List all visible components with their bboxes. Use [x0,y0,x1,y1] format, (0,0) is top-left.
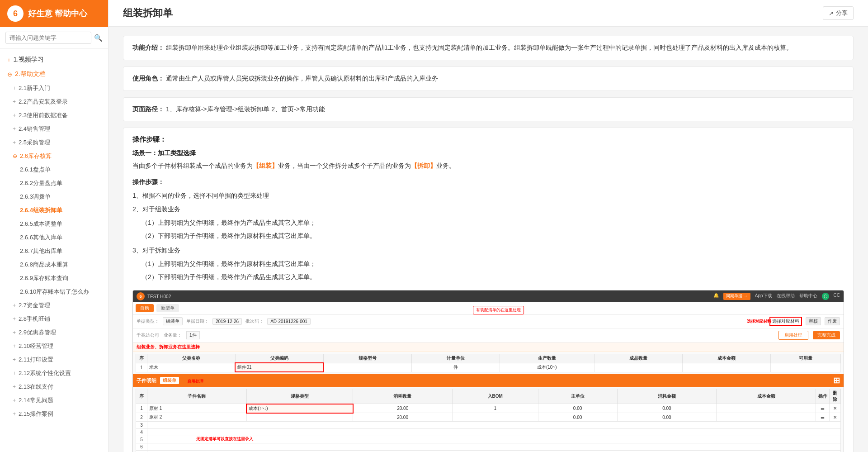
role-text: 通常由生产人员或库管人员完成拆装业务的操作，库管人员确认原材料的出库和产成品的入… [166,75,438,82]
sidebar-item-finance[interactable]: + 2.7资金管理 [0,299,108,312]
sidebar-item-ledger[interactable]: 2.6.9库存账本查询 [0,271,108,285]
expand-icon: + [7,57,11,63]
sidebar-item-inventory[interactable]: ⊖ 2.6库存核算 [0,149,108,163]
annotation-bar-1: 组装业务、拆卸业务在这里选择 [133,343,844,352]
step2: 2、对于组装业务 [132,204,844,215]
expand-icon-lower: ⊞ [833,376,840,385]
enable-btn: 启用处理 [778,331,808,340]
steps-section: 操作步骤： 场景一：加工类型选择 当由多个子件材料组装成一个成品的业务为【组装】… [123,128,854,452]
steps-sub-heading: 操作步骤： [132,176,844,188]
share-icon: ↗ [829,10,834,17]
audit-btn: 审核 [806,317,821,325]
role-card: 使用角色： 通常由生产人员或库管人员完成拆装业务的操作，库管人员确认原材料的出库… [123,67,854,91]
app-titlebar: 6 TEST-H002 🔔 同期单据 → App下载 在线帮助 帮助中心 C C… [133,290,844,302]
sidebar-item-sales[interactable]: + 2.4销售管理 [0,122,108,136]
sidebar-item-adjust[interactable]: 2.6.3调拨单 [0,190,108,204]
step2-sub2: （2）下部明细为子件明细，最终作为原材料生成其它出库单。 [142,230,844,242]
sidebar-item-cases[interactable]: + 2.15操作案例 [0,407,108,421]
step3-sub2: （2）下部明细为子件明细，最终作为产成品生成其它入库单。 [142,271,844,283]
lower-section-bar: 子件明细 组装单 ⊞ [133,374,844,387]
sidebar-item-wrongaccount[interactable]: 2.6.10库存账本错了怎么办 [0,285,108,299]
save-btn: 完整完成 [813,331,840,339]
batch-value: AD-20191226-001 [267,318,311,325]
sidebar-item-costadjust[interactable]: 2.6.5成本调整单 [0,217,108,231]
sidebar-item-assembly[interactable]: 2.6.4组装拆卸单 [0,204,108,217]
app-topbar-buttons: 🔔 同期单据 → App下载 在线帮助 帮助中心 C CC [713,293,840,300]
sidebar-item-customize[interactable]: + 2.12系统个性化设置 [0,366,108,380]
app-tabs-bar: 自购 新型单 [133,302,844,314]
upper-table: 序 父类名称 父类编码 规格型号 计量单位 生产数量 成品数量 成本金额 可用量 [136,354,841,372]
company-label: 千兆达公司 [137,332,159,338]
step2-sub1: （1）上部明细为父件明细，最终作为产成品生成其它入库单； [142,217,844,228]
steps-heading: 操作步骤： [132,135,844,144]
role-label: 使用角色： [132,75,164,82]
annotation-label-1: 组装业务、拆卸业务在这里选择 [137,344,200,349]
app-form-toolbar: 单据类型： 组装单 单据日期： 2019-12-26 批次码： AD-20191… [133,314,844,328]
sidebar-header: 6 好生意 帮助中心 [0,0,108,27]
lower-section-label: 子件明细 [137,377,156,384]
batch-label: 批次码： [245,318,264,324]
qty-label: 业务量： [164,332,182,338]
search-input[interactable] [5,32,91,44]
select-material-btn: 选择对应材料 [769,317,802,326]
collapse-icon: ⊖ [7,71,12,78]
void-btn: 作废 [825,317,840,325]
sidebar-item-stocktake[interactable]: 2.6.1盘点单 [0,163,108,176]
sidebar-title: 好生意 帮助中心 [28,8,87,19]
main-content: 组装拆卸单 ↗ 分享 功能介绍： 组装拆卸单用来处理企业组装或拆卸等加工业务，支… [108,0,868,452]
upper-table-section: 序 父类名称 父类编码 规格型号 计量单位 生产数量 成品数量 成本金额 可用量 [133,352,844,374]
lower-table: 序 子件名称 规格类型 消耗数量 入BOM 主单位 消耗金额 成本金额 操作 删… [136,389,841,452]
search-box: 🔍 [0,27,108,49]
date-label: 单据日期： [186,318,209,324]
sidebar-item-label: 1.视频学习 [14,56,44,64]
date-value: 2019-12-26 [212,318,242,325]
sidebar-item-purchase[interactable]: + 2.5采购管理 [0,136,108,149]
sidebar-item-docs[interactable]: ⊖ 2.帮助文档 [0,67,108,81]
intro-card: 功能介绍： 组装拆卸单用来处理企业组装或拆卸等加工业务，支持有固定装配清单的产品… [123,36,854,60]
share-button[interactable]: ↗ 分享 [823,6,854,20]
scene1-heading: 场景一：加工类型选择 [132,149,844,157]
tab-inactive: 新型单 [156,304,179,312]
intro-label: 功能介绍： [132,44,164,51]
sidebar-item-stocksplit[interactable]: 2.6.2分量盘点单 [0,176,108,190]
sidebar-item-otherinbound[interactable]: 2.6.6其他入库单 [0,231,108,244]
path-label: 页面路径： [132,105,164,113]
sidebar: 6 好生意 帮助中心 🔍 + 1.视频学习 ⊖ 2.帮助文档 + 2.1新手入门… [0,0,108,452]
intro-text: 组装拆卸单用来处理企业组装或拆卸等加工业务，支持有固定装配清单的产品加工业务，也… [166,44,793,51]
tab-active: 自购 [136,304,154,312]
app-logo: 6 [137,292,145,300]
app-system-code: TEST-H002 [147,294,711,299]
sidebar-item-faq[interactable]: + 2.14常见问题 [0,394,108,407]
sidebar-item-otheroutbound[interactable]: 2.6.7其他出库单 [0,244,108,258]
app-form-fields: 千兆达公司 业务量： 1件 启用处理 完整完成 [133,328,844,343]
sidebar-item-payment[interactable]: + 2.13在线支付 [0,380,108,394]
type-label: 单据类型： [137,318,159,324]
sidebar-item-print[interactable]: + 2.11打印设置 [0,353,108,366]
assembly-type-selector: 组装单 [160,377,179,384]
sidebar-item-newbie[interactable]: + 2.1新手入门 [0,81,108,95]
path-text: 1、库存核算->库存管理->组装拆卸单 2、首页->常用功能 [166,105,325,113]
sidebar-item-operation[interactable]: + 2.10经营管理 [0,339,108,353]
scene1-desc: 当由多个子件材料组装成一个成品的业务为【组装】业务，当由一个父件拆分成多个子产品… [132,160,844,171]
sidebar-nav: + 1.视频学习 ⊖ 2.帮助文档 + 2.1新手入门 + 2.2产品安装及登录… [0,49,108,452]
sidebar-item-prepare[interactable]: + 2.3使用前数据准备 [0,109,108,122]
logo-icon: 6 [7,5,24,22]
step3: 3、对于拆卸业务 [132,245,844,256]
search-icon[interactable]: 🔍 [94,34,103,42]
screenshot-container: 6 TEST-H002 🔔 同期单据 → App下载 在线帮助 帮助中心 C C… [132,290,844,452]
lower-table-section: 序 子件名称 规格类型 消耗数量 入BOM 主单位 消耗金额 成本金额 操作 删… [133,387,844,452]
sidebar-item-coupon[interactable]: + 2.9优惠券管理 [0,326,108,339]
main-header: 组装拆卸单 ↗ 分享 [108,0,868,27]
type-value: 组装单 [163,317,183,325]
step3-sub1: （1）上部明细为父件明细，最终作为原材料生成其它出库单； [142,258,844,270]
step1: 1、根据不同的业务，选择不同单据的类型来处理 [132,190,844,201]
page-title: 组装拆卸单 [123,6,173,20]
sidebar-item-goodscost[interactable]: 2.6.8商品成本重算 [0,258,108,271]
sidebar-item-install[interactable]: + 2.2产品安装及登录 [0,95,108,109]
qty-value: 1件 [186,331,200,339]
content-area: 功能介绍： 组装拆卸单用来处理企业组装或拆卸等加工业务，支持有固定装配清单的产品… [108,27,868,452]
sidebar-item-mobile[interactable]: + 2.8手机旺铺 [0,312,108,326]
sidebar-item-videos[interactable]: + 1.视频学习 [0,52,108,67]
sidebar-item-label: 2.帮助文档 [15,70,46,78]
path-card: 页面路径： 1、库存核算->库存管理->组装拆卸单 2、首页->常用功能 [123,97,854,122]
